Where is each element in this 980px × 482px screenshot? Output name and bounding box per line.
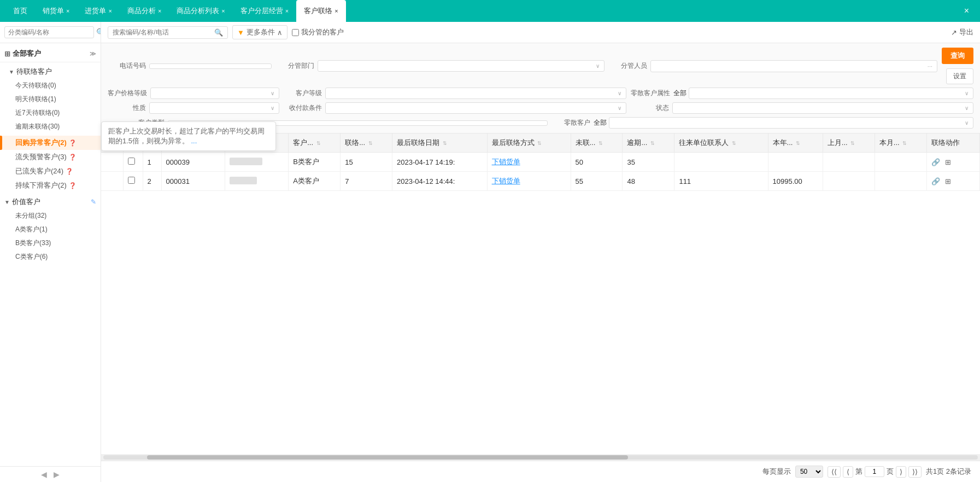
th-type: 客户... ⇅ bbox=[289, 133, 341, 153]
sort-last-month-icon[interactable]: ⇅ bbox=[850, 141, 855, 146]
sidebar-group-value-header[interactable]: ▼ 价值客户 ✎ bbox=[0, 195, 101, 209]
sidebar-item-declining[interactable]: 持续下滑客户(2) ❓ bbox=[0, 178, 101, 193]
action-buttons: 查询 设置 bbox=[942, 48, 973, 84]
scrollbar-thumb[interactable] bbox=[147, 455, 628, 460]
retail-customer-input[interactable]: ∨ bbox=[609, 117, 973, 129]
td-this-month-1 bbox=[875, 153, 926, 172]
last-page-button[interactable]: ⟩⟩ bbox=[908, 466, 922, 478]
sort-this-month-icon[interactable]: ⇅ bbox=[902, 141, 907, 146]
filter-retail-customer: 零散客户 全部 ∨ bbox=[552, 117, 973, 129]
filter-retail-attr: 零散客户属性 全部 ∨ bbox=[631, 88, 973, 99]
grid-icon: ⊞ bbox=[4, 50, 10, 58]
payment-input[interactable]: ∨ bbox=[325, 102, 626, 114]
sidebar-item-today[interactable]: 今天待联络(0) bbox=[0, 79, 101, 92]
table-row: 1 000039 B类客户 15 2023-04-17 14:19: 下销货单 … bbox=[101, 153, 980, 172]
per-page-select[interactable]: 50 10 20 100 bbox=[795, 466, 823, 478]
main-search-input[interactable] bbox=[113, 28, 212, 36]
sidebar-search-icon[interactable]: 🔍 bbox=[96, 28, 101, 37]
sidebar-item-class-c[interactable]: C类客户(6) bbox=[0, 250, 101, 264]
horizontal-scrollbar[interactable] bbox=[101, 454, 980, 461]
nav-customer-stratification[interactable]: 客户分层经营 × bbox=[233, 0, 296, 22]
sort-method-icon[interactable]: ⇅ bbox=[537, 141, 542, 146]
edit-value-icon[interactable]: ✎ bbox=[91, 198, 96, 206]
next-page-button[interactable]: ⟩ bbox=[896, 466, 906, 478]
export-button[interactable]: ↗ 导出 bbox=[951, 27, 973, 37]
sidebar-all-customers[interactable]: ⊞ 全部客户 ≫ bbox=[0, 45, 101, 62]
sort-person-icon[interactable]: ⇅ bbox=[732, 141, 736, 146]
filter-row-1: 电话号码 分管部门 ∨ 分管人员 ··· 查询 设置 bbox=[108, 48, 973, 84]
filter-payment: 收付款条件 ∨ bbox=[284, 102, 626, 114]
page-input[interactable] bbox=[865, 466, 884, 477]
more-options-icon[interactable]: ··· bbox=[928, 63, 932, 69]
nav-customer-stratification-close[interactable]: × bbox=[285, 8, 289, 14]
nav-home[interactable]: 首页 bbox=[5, 0, 35, 22]
sidebar-item-abnormal-repurchase[interactable]: 回购异常客户(2) ❓ bbox=[2, 136, 101, 150]
sort-overdue-icon[interactable]: ⇅ bbox=[650, 141, 655, 146]
nav-customer-contact[interactable]: 客户联络 × bbox=[296, 0, 345, 22]
td-name-2 bbox=[225, 172, 288, 191]
retail-attr-input[interactable]: ∨ bbox=[689, 88, 973, 99]
action-link-icon-2[interactable]: 🔗 bbox=[931, 177, 940, 185]
th-contact-count: 联络... ⇅ bbox=[341, 133, 392, 153]
row2-checkbox[interactable] bbox=[128, 177, 135, 184]
sidebar-next-arrow[interactable]: ▶ bbox=[51, 469, 62, 480]
search-icon[interactable]: 🔍 bbox=[214, 28, 223, 37]
collapse-icon[interactable]: ≫ bbox=[90, 50, 96, 57]
action-grid-icon-1[interactable]: ⊞ bbox=[945, 158, 951, 166]
td-overdue-2: 48 bbox=[623, 172, 674, 191]
sidebar-item-class-a[interactable]: A类客户(1) bbox=[0, 223, 101, 236]
nav-sales-order[interactable]: 销货单 × bbox=[35, 0, 77, 22]
action-link-icon-1[interactable]: 🔗 bbox=[931, 158, 940, 166]
action-grid-icon-2[interactable]: ⊞ bbox=[945, 177, 951, 185]
first-page-button[interactable]: ⟨⟨ bbox=[828, 466, 841, 478]
window-close-button[interactable]: × bbox=[964, 6, 969, 16]
sort-uncontacted-icon[interactable]: ⇅ bbox=[598, 141, 603, 146]
nav-product-analysis-list-close[interactable]: × bbox=[221, 8, 225, 14]
sidebar-item-churned[interactable]: 已流失客户(24) ❓ bbox=[0, 164, 101, 178]
sidebar-item-overdue[interactable]: 逾期未联络(30) bbox=[0, 120, 101, 133]
sidebar-group-pending-header[interactable]: ▼ 待联络客户 bbox=[0, 65, 101, 79]
td-last-month-2 bbox=[823, 172, 875, 191]
query-button[interactable]: 查询 bbox=[942, 48, 973, 64]
prev-page-button[interactable]: ⟨ bbox=[843, 466, 853, 478]
price-level-input[interactable]: ∨ bbox=[150, 88, 279, 99]
more-conditions-button[interactable]: ▼ 更多条件 ∧ bbox=[232, 25, 287, 39]
sort-type-icon[interactable]: ⇅ bbox=[316, 141, 321, 146]
sidebar-prev-arrow[interactable]: ◀ bbox=[39, 469, 49, 480]
filter-bar: 🔍 ▼ 更多条件 ∧ 我分管的客户 ↗ 导出 bbox=[101, 22, 980, 43]
arrow-icon-value: ▼ bbox=[4, 199, 10, 205]
row1-checkbox[interactable] bbox=[128, 158, 135, 165]
sort-annual-icon[interactable]: ⇅ bbox=[796, 141, 800, 146]
nav-product-analysis[interactable]: 商品分析 × bbox=[120, 0, 169, 22]
nav-product-analysis-close[interactable]: × bbox=[158, 8, 161, 14]
td-uncontacted-1: 50 bbox=[571, 153, 623, 172]
nav-purchase-order-close[interactable]: × bbox=[108, 8, 112, 14]
tooltip-more-link[interactable]: ... bbox=[191, 137, 197, 145]
sidebar-search-input[interactable] bbox=[4, 26, 94, 38]
set-button[interactable]: 设置 bbox=[946, 68, 973, 84]
td-type-1: B类客户 bbox=[289, 153, 341, 172]
branch-person-input[interactable]: ··· bbox=[650, 60, 937, 72]
nav-customer-contact-close[interactable]: × bbox=[335, 8, 338, 14]
nav-sales-order-close[interactable]: × bbox=[66, 8, 69, 14]
branch-dept-input[interactable]: ∨ bbox=[318, 60, 605, 72]
td-uncontacted-2: 55 bbox=[571, 172, 623, 191]
gender-input[interactable]: ∨ bbox=[149, 102, 279, 114]
nav-purchase-order[interactable]: 进货单 × bbox=[77, 0, 119, 22]
th-last-contact-method: 最后联络方式 ⇅ bbox=[487, 133, 571, 153]
sort-contact-count-icon[interactable]: ⇅ bbox=[368, 141, 373, 146]
status-input[interactable]: ∨ bbox=[672, 102, 973, 114]
phone-input[interactable] bbox=[149, 63, 272, 69]
last-method-link-2[interactable]: 下销货单 bbox=[492, 177, 520, 185]
sidebar-item-ungrouped[interactable]: 未分组(32) bbox=[0, 209, 101, 223]
sidebar-item-churn-warning[interactable]: 流失预警客户(3) ❓ bbox=[0, 150, 101, 164]
my-customers-checkbox[interactable] bbox=[292, 29, 299, 36]
per-page-label: 每页显示 bbox=[762, 467, 791, 477]
sidebar-item-7days[interactable]: 近7天待联络(0) bbox=[0, 106, 101, 120]
customer-level-input[interactable]: ∨ bbox=[325, 88, 626, 99]
sort-date-icon[interactable]: ⇅ bbox=[443, 141, 447, 146]
sidebar-item-class-b[interactable]: B类客户(33) bbox=[0, 236, 101, 250]
last-method-link-1[interactable]: 下销货单 bbox=[492, 158, 520, 166]
nav-product-analysis-list[interactable]: 商品分析列表 × bbox=[169, 0, 232, 22]
sidebar-item-tomorrow[interactable]: 明天待联络(1) bbox=[0, 92, 101, 106]
